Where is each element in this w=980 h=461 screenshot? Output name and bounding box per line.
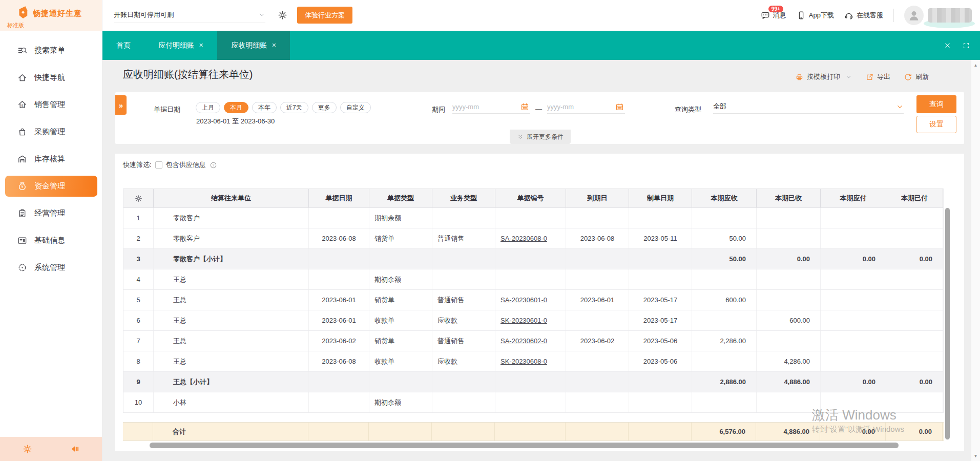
collapse-sidebar-icon[interactable] — [70, 444, 79, 454]
calendar-icon[interactable] — [615, 102, 624, 111]
cell-payable: 0.00 — [821, 372, 886, 392]
query-type-select[interactable]: 全部 — [713, 100, 904, 114]
expand-more-conditions[interactable]: 展开更多条件 — [510, 130, 571, 144]
document-link[interactable]: SK-20230608-0 — [501, 358, 547, 365]
tab-首页[interactable]: 首页 — [102, 31, 144, 60]
avatar[interactable] — [904, 6, 924, 25]
table-row[interactable]: 4王总期初余额 — [123, 269, 943, 290]
sidebar-item-inventory[interactable]: 库存核算 — [0, 145, 102, 173]
total-empty-cell — [369, 423, 432, 441]
sidebar-item-quick-nav[interactable]: 快捷导航 — [0, 64, 102, 91]
tab-应收明细账[interactable]: 应收明细账✕ — [217, 31, 290, 60]
query-button[interactable]: 查询 — [916, 95, 956, 113]
date-pill-更多[interactable]: 更多 — [312, 102, 337, 113]
cell-received — [757, 331, 821, 351]
document-link[interactable]: SA-20230602-0 — [501, 337, 547, 345]
total-empty-cell — [308, 423, 369, 441]
document-link[interactable]: SK-20230601-0 — [501, 317, 547, 324]
table-row[interactable]: 8王总2023-06-08收款单应收款SK-20230608-02023-05-… — [123, 351, 943, 372]
sidebar-item-base-info[interactable]: 基础信息 — [0, 227, 102, 254]
include-supply-checkbox[interactable] — [155, 161, 162, 169]
period-end-input[interactable] — [547, 100, 625, 113]
horizontal-scrollbar — [123, 443, 944, 449]
date-pill-上月[interactable]: 上月 — [196, 102, 220, 113]
date-pill-自定义[interactable]: 自定义 — [340, 102, 371, 113]
column-header: 本期应收 — [692, 189, 757, 207]
topbar-gear-icon[interactable] — [278, 10, 287, 20]
table-row[interactable]: 7王总2023-06-02销货单普通销售SA-20230602-02023-06… — [123, 331, 943, 351]
date-pill-近7天[interactable]: 近7天 — [280, 102, 308, 113]
sidebar-item-operations[interactable]: 经营管理 — [0, 200, 102, 227]
cell-doc_date: 2023-06-08 — [309, 228, 369, 248]
tab-应付明细账[interactable]: 应付明细账✕ — [144, 31, 217, 60]
cell-biz_type — [432, 208, 495, 228]
cell-doc_type: 期初余额 — [369, 392, 432, 412]
sales-house-icon: $ — [17, 100, 27, 110]
table-row[interactable]: 10小林期初余额 — [123, 392, 943, 413]
cell-doc_type: 收款单 — [369, 351, 432, 371]
table-subtotal-row[interactable]: 3零散客户【小计】50.000.000.000.00 — [123, 249, 943, 269]
table-subtotal-row[interactable]: 9王总【小计】2,886.004,886.000.000.00 — [123, 372, 943, 392]
tab-close-icon[interactable]: ✕ — [199, 42, 203, 49]
refresh-button[interactable]: 刷新 — [904, 72, 929, 81]
sidebar-item-sales[interactable]: $销售管理 — [0, 91, 102, 118]
table-row[interactable]: 2零散客户2023-06-08销货单普通销售SA-20230608-02023-… — [123, 228, 943, 249]
table-row[interactable]: 5王总2023-06-01销货单普通销售SA-20230601-02023-06… — [123, 290, 943, 310]
sidebar-item-purchase[interactable]: 采购管理 — [0, 118, 102, 145]
cell-doc_no: SA-20230602-0 — [495, 331, 566, 351]
messages-button[interactable]: 消息 99+ — [761, 11, 786, 20]
cell-paid — [886, 208, 943, 228]
column-header: 单据类型 — [369, 189, 432, 207]
account-set-value: 开账日期可停用可删 — [114, 10, 174, 19]
tab-close-icon[interactable]: ✕ — [272, 42, 276, 49]
cell-due_date — [566, 249, 629, 269]
horizontal-scrollbar-thumb[interactable] — [150, 443, 899, 448]
date-pill-本年[interactable]: 本年 — [252, 102, 277, 113]
cell-doc_date — [309, 249, 369, 269]
settings-gear-icon[interactable] — [23, 444, 32, 454]
online-service-label: 在线客服 — [857, 11, 883, 20]
cell-create_date: 2023-05-17 — [629, 290, 692, 310]
user-account — [904, 6, 974, 25]
online-service-button[interactable]: 在线客服 — [844, 11, 883, 20]
close-all-tabs-icon[interactable] — [944, 41, 951, 49]
cell-doc_date: 2023-06-01 — [309, 290, 369, 310]
fullscreen-icon[interactable] — [963, 42, 970, 49]
page-scrollbar[interactable]: ▲ ▼ — [971, 60, 980, 461]
app-download-button[interactable]: App下载 — [797, 11, 834, 20]
sidebar-item-funds[interactable]: ¥资金管理 — [5, 176, 97, 197]
column-header: 结算往来单位 — [154, 189, 309, 207]
trial-solution-button[interactable]: 体验行业方案 — [297, 7, 352, 24]
document-link[interactable]: SA-20230601-0 — [501, 296, 547, 304]
table-vertical-scrollbar-thumb[interactable] — [945, 208, 950, 439]
scroll-up-arrow[interactable]: ▲ — [971, 61, 980, 69]
date-pill-本月[interactable]: 本月 — [224, 102, 248, 113]
table-row[interactable]: 6王总2023-06-01收款单应收款SK-20230601-02023-05-… — [123, 310, 943, 331]
cell-doc_no — [495, 392, 566, 412]
column-settings-icon[interactable] — [123, 189, 154, 207]
cell-received — [757, 228, 821, 248]
cell-payable — [821, 351, 886, 371]
scroll-down-arrow[interactable]: ▼ — [971, 452, 980, 460]
cell-payable — [821, 290, 886, 310]
cell-unit: 零散客户【小计】 — [154, 249, 309, 269]
table-row[interactable]: 1零散客户期初余额 — [123, 208, 943, 228]
export-label: 导出 — [877, 72, 890, 81]
collapse-filter-button[interactable]: » — [115, 95, 127, 115]
account-set-select[interactable]: 开账日期可停用可删 — [114, 7, 265, 23]
help-icon[interactable]: ? — [210, 161, 217, 169]
sidebar-item-system[interactable]: 系统管理 — [0, 254, 102, 281]
cell-doc_type: 收款单 — [369, 310, 432, 330]
cell-unit: 王总 — [154, 290, 309, 310]
document-link[interactable]: SA-20230608-0 — [501, 235, 547, 242]
calendar-icon[interactable] — [520, 102, 529, 111]
period-start-input[interactable] — [452, 100, 530, 113]
sidebar-item-search-menu[interactable]: 搜索菜单 — [0, 37, 102, 64]
total-empty-cell — [495, 423, 566, 441]
print-by-template-button[interactable]: 按模板打印 — [795, 72, 852, 81]
filter-settings-button[interactable]: 设置 — [916, 116, 956, 133]
warehouse-icon — [17, 154, 27, 164]
cell-receivable — [692, 310, 757, 330]
query-type-label: 查询类型 — [675, 105, 701, 114]
export-button[interactable]: 导出 — [865, 72, 890, 81]
